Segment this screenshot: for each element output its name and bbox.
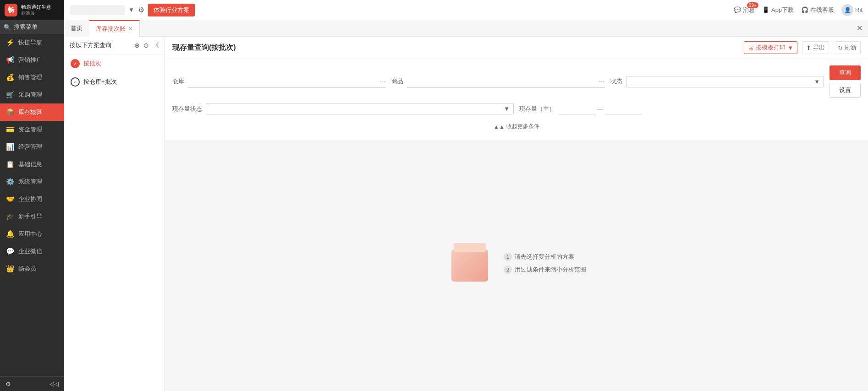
- sidebar-item-basic[interactable]: 📋 基础信息: [0, 156, 64, 173]
- wechat-icon: 💬: [5, 247, 15, 255]
- search-row-2: 现存量状态 ▼ 现存量（主） —: [172, 103, 861, 114]
- settings-scheme-icon[interactable]: ⊙: [143, 42, 149, 49]
- phone-icon: 📱: [762, 6, 769, 13]
- sidebar-item-system[interactable]: ⚙️ 系统管理: [0, 173, 64, 190]
- batch-icon: ✓: [71, 59, 80, 68]
- topbar: ▼ ⚙ 体验行业方案 💬 消息 99+ 📱 App下载 🎧 在线客服 👤 Rit: [64, 0, 868, 20]
- filter-item-warehouse-batch[interactable]: ○ 按仓库+批次: [64, 73, 165, 91]
- experience-btn[interactable]: 体验行业方案: [148, 4, 195, 16]
- purchase-icon: 🛒: [5, 91, 15, 99]
- refresh-btn[interactable]: ↻ 刷新: [834, 41, 861, 54]
- warehouse-field: 仓库 ···: [172, 76, 386, 88]
- user-name: Rit: [855, 6, 863, 13]
- filter-panel-title: 按以下方案查询: [70, 41, 111, 49]
- filter-item-batch-label: 按批次: [83, 60, 101, 68]
- system-icon: ⚙️: [5, 178, 15, 186]
- sidebar-item-label: 新手引导: [18, 212, 42, 221]
- settings-button[interactable]: 设置: [830, 83, 861, 98]
- qty-max-input[interactable]: [605, 103, 642, 114]
- sidebar-item-appcenter[interactable]: 🔔 应用中心: [0, 225, 64, 243]
- tab-inventory-batch[interactable]: 库存批次账 ✕: [89, 20, 140, 37]
- app-download-btn[interactable]: 📱 App下载: [762, 6, 794, 14]
- tab-inventory-batch-label: 库存批次账: [96, 25, 126, 33]
- topbar-search-input[interactable]: [70, 5, 125, 15]
- print-dropdown-icon: ▼: [787, 44, 793, 51]
- collapse-sidebar-icon[interactable]: ◁◁: [49, 380, 59, 387]
- step1-text: 请先选择要分析的方案: [515, 253, 574, 261]
- settings-icon[interactable]: ⚙: [5, 380, 11, 387]
- sidebar-item-label: 企业协同: [18, 195, 42, 203]
- status-label: 状态: [610, 77, 622, 86]
- sidebar-item-label: 采购管理: [18, 91, 42, 99]
- enterprise-icon: 🤝: [5, 195, 15, 203]
- export-label: 导出: [813, 43, 825, 52]
- warehouse-dots-icon[interactable]: ···: [380, 77, 386, 86]
- filter-item-warehouse-batch-label: 按仓库+批次: [83, 78, 117, 86]
- empty-state: 1 请先选择要分析的方案 2 用过滤条件来缩小分析范围: [165, 140, 868, 391]
- print-btn[interactable]: 🖨 按模板打印 ▼: [744, 41, 797, 54]
- sidebar-item-enterprise[interactable]: 🤝 企业协同: [0, 190, 64, 208]
- content-area: 按以下方案查询 ⊕ ⊙ 《 ✓ 按批次 ○ 按仓库+批次 现存量查询(按批次): [64, 37, 868, 391]
- search-icon: 🔍: [4, 24, 11, 31]
- sidebar-item-business[interactable]: 📊 经营管理: [0, 138, 64, 156]
- sidebar-item-label: 基础信息: [18, 160, 42, 168]
- goods-dots-icon[interactable]: ···: [599, 77, 605, 86]
- tabbar: 首页 库存批次账 ✕ ✕: [64, 20, 868, 37]
- appcenter-icon: 🔔: [5, 230, 15, 238]
- tab-home-label: 首页: [71, 24, 82, 33]
- message-btn[interactable]: 💬 消息 99+: [734, 6, 755, 14]
- collapse-label: 收起更多条件: [506, 123, 539, 130]
- filter-item-batch[interactable]: ✓ 按批次: [64, 54, 165, 73]
- empty-step2: 2 用过滤条件来缩小分析范围: [504, 266, 586, 274]
- sidebar-menu: ⚡ 快捷导航 📢 营销推广 💰 销售管理 🛒 采购管理 📦 库存核算 💳 资金管…: [0, 34, 64, 376]
- topbar-gear-icon[interactable]: ⚙: [138, 5, 144, 14]
- sidebar-item-sales[interactable]: 💰 销售管理: [0, 69, 64, 86]
- status-dropdown-icon: ▼: [814, 78, 820, 85]
- sidebar: 畅 畅康通好生意 标准版 🔍 搜索菜单 ⚡ 快捷导航 📢 营销推广 💰 销售管理…: [0, 0, 64, 391]
- sidebar-item-label: 营销推广: [18, 56, 42, 64]
- panel-close-btn[interactable]: ✕: [851, 24, 868, 33]
- collapse-conditions-btn[interactable]: ▲▲ 收起更多条件: [172, 120, 861, 133]
- empty-step1: 1 请先选择要分析的方案: [504, 253, 586, 261]
- sidebar-item-wechat[interactable]: 💬 企业微信: [0, 243, 64, 260]
- add-scheme-icon[interactable]: ⊕: [134, 42, 140, 49]
- stock-status-dropdown-icon: ▼: [504, 105, 510, 112]
- member-icon: 👑: [5, 265, 15, 273]
- sidebar-item-label: 销售管理: [18, 73, 42, 81]
- sidebar-item-member[interactable]: 👑 畅会员: [0, 260, 64, 277]
- topbar-dropdown-btn[interactable]: ▼: [128, 6, 134, 13]
- qty-min-input[interactable]: [559, 103, 595, 114]
- sidebar-item-marketing[interactable]: 📢 营销推广: [0, 51, 64, 69]
- qty-dash: —: [597, 105, 603, 112]
- sidebar-header: 畅 畅康通好生意 标准版: [0, 0, 64, 20]
- online-service-label: 在线客服: [810, 6, 834, 14]
- tab-close-icon[interactable]: ✕: [128, 26, 133, 32]
- sidebar-item-label: 企业微信: [18, 247, 42, 255]
- topbar-right: 💬 消息 99+ 📱 App下载 🎧 在线客服 👤 Rit: [734, 4, 863, 16]
- collapse-panel-icon[interactable]: 《: [153, 41, 159, 49]
- user-menu[interactable]: 👤 Rit: [841, 4, 863, 16]
- export-btn[interactable]: ⬆ 导出: [802, 41, 829, 54]
- filter-panel-header: 按以下方案查询 ⊕ ⊙ 《: [64, 37, 165, 54]
- query-button[interactable]: 查询: [830, 65, 861, 80]
- sidebar-item-finance[interactable]: 💳 资金管理: [0, 121, 64, 138]
- sidebar-search[interactable]: 🔍 搜索菜单: [0, 20, 64, 34]
- search-row-1: 仓库 ··· 商品 ··· 状态: [172, 65, 861, 98]
- step2-num: 2: [504, 266, 512, 274]
- warehouse-input[interactable]: [188, 78, 380, 85]
- goods-input[interactable]: [407, 78, 599, 85]
- goods-label: 商品: [391, 77, 403, 86]
- topbar-left: ▼ ⚙ 体验行业方案: [70, 4, 730, 16]
- filter-panel-icons: ⊕ ⊙ 《: [134, 41, 159, 49]
- sidebar-item-inventory[interactable]: 📦 库存核算: [0, 103, 64, 121]
- status-select[interactable]: ▼: [626, 76, 824, 87]
- basic-icon: 📋: [5, 160, 15, 168]
- sidebar-item-quicknav[interactable]: ⚡ 快捷导航: [0, 34, 64, 51]
- stock-status-select[interactable]: ▼: [206, 103, 514, 114]
- sidebar-item-purchase[interactable]: 🛒 采购管理: [0, 86, 64, 103]
- app-edition: 标准版: [21, 10, 51, 16]
- app-logo: 畅: [5, 4, 17, 16]
- sidebar-item-newuser[interactable]: 🎓 新手引导: [0, 208, 64, 225]
- tab-home[interactable]: 首页: [64, 20, 89, 37]
- online-service-btn[interactable]: 🎧 在线客服: [801, 6, 834, 14]
